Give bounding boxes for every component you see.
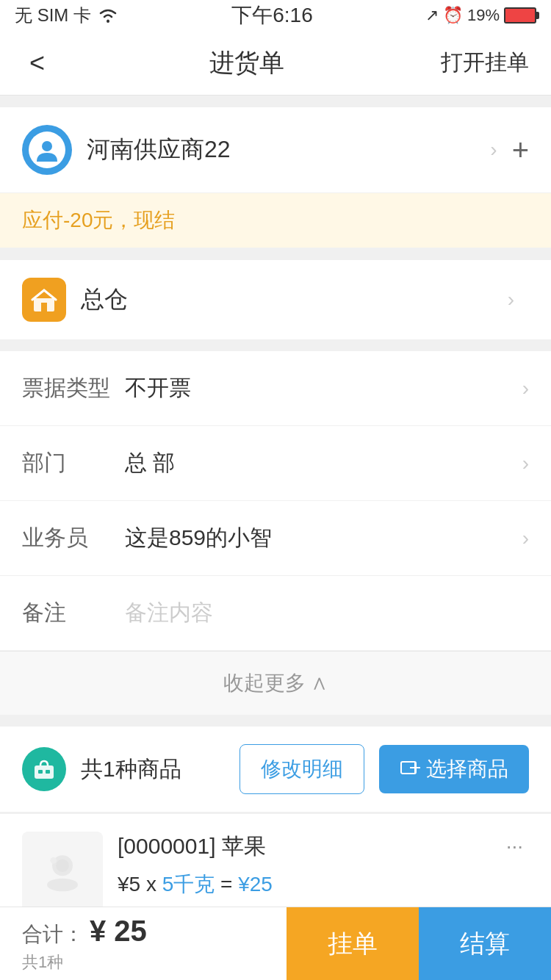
checkout-button[interactable]: 结算 [419, 907, 551, 980]
product-bag-icon [22, 747, 66, 791]
battery-percent: 19% [467, 6, 500, 25]
product-title: 苹果 [222, 834, 266, 858]
form-section: 票据类型 不开票 › 部门 总 部 › 业务员 这是859的小智 › 备注 备注… [0, 351, 551, 651]
more-options-button[interactable]: ··· [500, 832, 529, 861]
warehouse-icon [22, 278, 66, 322]
edit-detail-button[interactable]: 修改明细 [240, 744, 364, 794]
warehouse-chevron-icon: › [508, 288, 514, 311]
product-price: ¥5 x 5千克 = ¥25 [118, 871, 486, 898]
svg-point-11 [56, 860, 69, 873]
product-count: 共1种商品 [81, 754, 225, 785]
payment-info-banner: 应付-20元，现结 [0, 193, 551, 248]
price-qty: 5千克 [162, 873, 215, 896]
supplier-section: 河南供应商22 › + 应付-20元，现结 [0, 107, 551, 248]
total-label: 合计： [22, 920, 84, 948]
product-info: [0000001] 苹果 ¥5 x 5千克 = ¥25 [118, 832, 486, 898]
gap2 [0, 248, 551, 259]
product-placeholder-icon [37, 846, 88, 898]
select-product-button[interactable]: 选择商品 [379, 745, 529, 793]
price-eq: = [220, 873, 238, 896]
nav-bar: < 进货单 打开挂单 [0, 31, 551, 96]
location-icon: ↗ [425, 6, 439, 25]
dept-row[interactable]: 部门 总 部 › [0, 426, 551, 501]
price-unit: ¥5 [118, 873, 140, 896]
carrier-text: 无 SIM 卡 [15, 4, 91, 27]
product-name: [0000001] 苹果 [118, 832, 486, 862]
status-right: ↗ ⏰ 19% [425, 6, 536, 25]
wifi-icon [97, 7, 119, 24]
collapse-label: 收起更多 ∧ [223, 669, 328, 697]
pending-button[interactable]: 挂单 [287, 907, 419, 980]
price-total: ¥25 [238, 873, 273, 896]
alarm-icon: ⏰ [443, 6, 463, 25]
add-supplier-button[interactable]: + [512, 134, 529, 167]
svg-point-12 [47, 879, 78, 892]
warehouse-name: 总仓 [81, 284, 508, 316]
supplier-row[interactable]: 河南供应商22 › + [0, 107, 551, 193]
total-amount: ¥ 25 [90, 915, 147, 948]
price-x: x [146, 873, 162, 896]
battery-icon [504, 7, 536, 24]
open-pending-button[interactable]: 打开挂单 [441, 48, 529, 78]
select-product-icon [400, 759, 420, 779]
staff-label: 业务员 [22, 523, 125, 553]
note-label: 备注 [22, 598, 125, 628]
status-time: 下午6:16 [231, 1, 313, 29]
dept-label: 部门 [22, 448, 125, 478]
warehouse-section: 总仓 › [0, 259, 551, 339]
supplier-name: 河南供应商22 [87, 134, 490, 166]
dept-chevron-icon: › [522, 452, 529, 475]
invoice-value: 不开票 [125, 373, 522, 403]
gap1 [0, 96, 551, 107]
svg-rect-6 [46, 770, 50, 774]
note-placeholder: 备注内容 [125, 598, 529, 628]
select-product-label: 选择商品 [426, 755, 508, 783]
status-bar: 无 SIM 卡 下午6:16 ↗ ⏰ 19% [0, 0, 551, 31]
product-header: 共1种商品 修改明细 选择商品 [0, 727, 551, 812]
product-code: [0000001] [118, 834, 215, 858]
gap3 [0, 339, 551, 351]
svg-rect-3 [41, 303, 47, 311]
svg-rect-5 [38, 770, 43, 774]
svg-point-13 [50, 857, 57, 864]
staff-value: 这是859的小智 [125, 523, 522, 553]
status-left: 无 SIM 卡 [15, 4, 119, 27]
supplier-chevron-icon: › [490, 138, 497, 162]
invoice-chevron-icon: › [522, 377, 529, 400]
note-row[interactable]: 备注 备注内容 [0, 576, 551, 651]
staff-row[interactable]: 业务员 这是859的小智 › [0, 501, 551, 576]
footer: 合计： ¥ 25 共1种 挂单 结算 [0, 907, 551, 980]
footer-total: 合计： ¥ 25 共1种 [0, 907, 287, 980]
invoice-label: 票据类型 [22, 373, 125, 403]
warehouse-row[interactable]: 总仓 › [0, 259, 551, 339]
back-button[interactable]: < [22, 40, 52, 86]
user-icon [34, 137, 60, 163]
supplier-avatar [22, 125, 72, 175]
product-thumbnail [22, 832, 103, 912]
dept-value: 总 部 [125, 448, 522, 478]
invoice-row[interactable]: 票据类型 不开票 › [0, 351, 551, 426]
collapse-button[interactable]: 收起更多 ∧ [0, 651, 551, 715]
staff-chevron-icon: › [522, 527, 529, 550]
footer-count: 共1种 [22, 951, 264, 973]
svg-rect-4 [35, 765, 54, 779]
svg-point-0 [107, 20, 109, 23]
page-title: 进货单 [209, 46, 284, 80]
svg-point-1 [42, 141, 52, 151]
gap4 [0, 715, 551, 727]
